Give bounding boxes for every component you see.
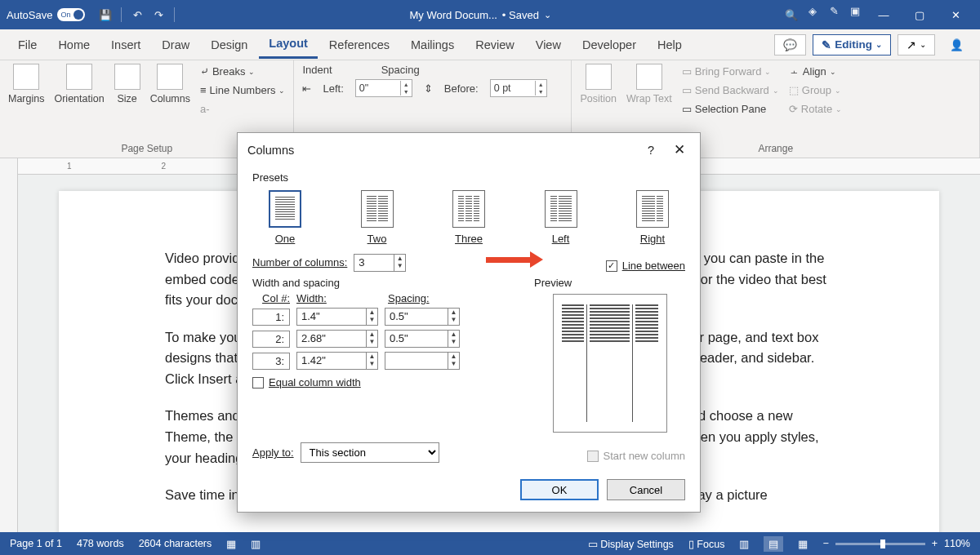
char-count[interactable]: 2604 characters (139, 538, 212, 549)
preset-two[interactable]: Two (361, 190, 394, 245)
linenum-icon: ≡ (200, 84, 207, 96)
minimize-button[interactable]: — (866, 0, 902, 29)
equal-width-checkbox[interactable]: Equal column width (252, 376, 511, 388)
width-1-input[interactable]: 1.4"▲▼ (296, 308, 378, 326)
presets-label: Presets (252, 171, 685, 184)
send-backward-button[interactable]: ▭Send Backward⌄ (682, 82, 779, 98)
tab-developer[interactable]: Developer (572, 32, 646, 58)
apply-to-select[interactable]: This section (301, 442, 439, 463)
tab-help[interactable]: Help (648, 32, 692, 58)
vertical-ruler[interactable] (0, 158, 18, 532)
comments-button[interactable]: 💬 (774, 34, 806, 56)
comment-icon: 💬 (783, 38, 797, 51)
selection-pane-button[interactable]: ▭Selection Pane (682, 101, 779, 117)
spacing-1-input[interactable]: 0.5"▲▼ (385, 308, 460, 326)
tab-design[interactable]: Design (201, 32, 257, 58)
wand-icon[interactable]: ✎ (823, 0, 844, 21)
preset-three[interactable]: Three (452, 190, 485, 245)
close-button[interactable]: ✕ (938, 0, 973, 29)
forward-icon: ▭ (682, 65, 692, 78)
share-icon: ↗ (906, 38, 916, 51)
share-button[interactable]: ↗⌄ (898, 34, 935, 56)
width-header: Width: (296, 292, 381, 304)
col-row-3: 3: 1.42"▲▼ ▲▼ (252, 352, 511, 370)
bring-forward-button[interactable]: ▭Bring Forward⌄ (682, 64, 779, 79)
wrap-text-button[interactable]: Wrap Text (626, 64, 672, 104)
autosave-toggle[interactable]: AutoSave On (7, 8, 85, 21)
cancel-button[interactable]: Cancel (607, 479, 685, 500)
line-numbers-button[interactable]: ≡Line Numbers⌄ (200, 82, 286, 98)
tab-layout[interactable]: Layout (259, 30, 318, 59)
width-2-input[interactable]: 2.68"▲▼ (296, 330, 378, 348)
web-layout-icon[interactable]: ▦ (798, 538, 808, 550)
spacing-2-input[interactable]: 0.5"▲▼ (385, 330, 460, 348)
checkbox-icon (252, 377, 264, 388)
indent-label: Indent (302, 64, 332, 76)
columns-button[interactable]: Columns (150, 64, 190, 104)
macro-icon[interactable]: ▦ (226, 538, 236, 550)
tab-references[interactable]: References (319, 32, 399, 58)
close-icon[interactable]: ✕ (669, 140, 690, 160)
document-title: My Word Docum... • Saved ⌄ (180, 9, 781, 21)
display-settings-button[interactable]: ▭ Display Settings (588, 538, 674, 550)
word-count[interactable]: 478 words (77, 538, 124, 549)
dialog-titlebar[interactable]: Columns ? ✕ (238, 133, 700, 166)
breaks-button[interactable]: ⤶Breaks⌄ (200, 64, 286, 79)
width-3-input[interactable]: 1.42"▲▼ (296, 352, 378, 370)
undo-icon[interactable]: ↶ (127, 4, 148, 25)
help-icon[interactable]: ? (648, 144, 654, 157)
print-layout-icon[interactable]: ▤ (764, 536, 783, 552)
num-columns-input[interactable]: 3▲▼ (354, 254, 406, 272)
group-button[interactable]: ⬚Group⌄ (789, 82, 842, 98)
indent-left-input[interactable]: 0"▲▼ (355, 79, 412, 97)
preset-one[interactable]: One (269, 190, 301, 245)
rotate-button[interactable]: ⟳Rotate⌄ (789, 101, 842, 117)
preset-right[interactable]: Right (636, 190, 669, 245)
zoom-out-icon[interactable]: − (822, 538, 828, 549)
tab-home[interactable]: Home (48, 32, 100, 58)
columns-icon (157, 64, 183, 90)
preset-left[interactable]: Left (545, 190, 577, 245)
position-button[interactable]: Position (580, 64, 616, 104)
spacing-label: Spacing (381, 64, 420, 76)
spacing-3-input[interactable]: ▲▼ (385, 352, 460, 370)
read-mode-icon[interactable]: ▥ (739, 538, 749, 550)
align-icon: ⫠ (789, 65, 800, 78)
diamond-icon[interactable]: ◈ (802, 0, 823, 21)
panel-icon[interactable]: ▣ (844, 0, 866, 21)
tab-insert[interactable]: Insert (101, 32, 150, 58)
margins-button[interactable]: Margins (8, 64, 44, 104)
focus-button[interactable]: ▯ Focus (688, 538, 725, 550)
dialog-title: Columns (247, 144, 294, 157)
redo-icon[interactable]: ↷ (148, 4, 169, 25)
editing-mode-button[interactable]: ✎ Editing ⌄ (813, 34, 891, 56)
tab-draw[interactable]: Draw (152, 32, 199, 58)
tab-view[interactable]: View (526, 32, 571, 58)
zoom-level[interactable]: 110% (944, 538, 970, 549)
zoom-in-icon[interactable]: + (932, 538, 938, 549)
ok-button[interactable]: OK (520, 479, 599, 500)
zoom-slider[interactable]: − + 110% (822, 538, 970, 549)
user-icon[interactable]: 👤 (942, 35, 972, 55)
hyphenation-button[interactable]: a- (200, 101, 286, 117)
selection-icon: ▭ (682, 103, 692, 115)
orientation-button[interactable]: Orientation (54, 64, 104, 104)
tab-file[interactable]: File (8, 32, 47, 58)
save-icon[interactable]: 💾 (95, 4, 116, 25)
col-row-1: 1: 1.4"▲▼ 0.5"▲▼ (252, 308, 511, 326)
align-button[interactable]: ⫠Align⌄ (789, 64, 842, 79)
tab-review[interactable]: Review (466, 32, 524, 58)
tab-mailings[interactable]: Mailings (401, 32, 464, 58)
position-icon (586, 64, 612, 90)
page-count[interactable]: Page 1 of 1 (10, 538, 62, 549)
maximize-button[interactable]: ▢ (902, 0, 938, 29)
spacing-before-input[interactable]: 0 pt▲▼ (490, 79, 547, 97)
search-icon[interactable]: 🔍 (781, 4, 802, 25)
line-between-checkbox[interactable]: Line between (606, 260, 685, 272)
size-button[interactable]: Size (114, 64, 140, 104)
num-columns-label: Number of columns: (252, 256, 347, 269)
checkbox-checked-icon (606, 260, 617, 272)
chevron-down-icon[interactable]: ⌄ (544, 10, 551, 20)
accessibility-icon[interactable]: ▥ (251, 538, 261, 550)
margins-icon (13, 64, 39, 90)
